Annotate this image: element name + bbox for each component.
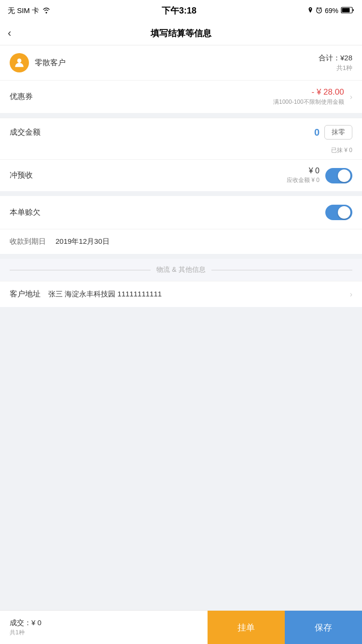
customer-section: 零散客户 合计：¥28 共1种 优惠券 - ¥ 28.00 满1000-100不… <box>0 45 362 113</box>
due-date-row: 收款到期日 2019年12月30日 <box>0 229 362 254</box>
customer-total: 合计：¥28 <box>319 54 352 63</box>
status-bar-left: 无 SIM 卡 <box>8 6 51 15</box>
wifi-icon <box>42 7 51 15</box>
logistics-divider-left <box>10 270 151 270</box>
precollect-receivable: 应收金额 ¥ 0 <box>287 176 320 184</box>
address-label: 客户地址 <box>10 289 41 299</box>
due-date-label: 收款到期日 <box>10 237 46 246</box>
status-bar-right: 69% <box>307 7 354 15</box>
transaction-input-area: 0 抹零 <box>305 125 352 140</box>
network-text: 无 SIM 卡 <box>8 6 39 15</box>
precollect-row: 冲预收 ¥ 0 应收金额 ¥ 0 <box>0 159 362 191</box>
logistics-divider-right <box>211 270 352 270</box>
coupon-discount-amount: - ¥ 28.00 <box>273 87 344 97</box>
precollect-label: 冲预收 <box>10 170 33 181</box>
transaction-label: 成交金额 <box>10 127 41 138</box>
due-date-value[interactable]: 2019年12月30日 <box>56 237 110 246</box>
address-value: 张三 海淀永丰科技园 11111111111 <box>48 290 348 299</box>
svg-point-0 <box>310 8 311 10</box>
coupon-value-block: - ¥ 28.00 满1000-100不限制使用金额 <box>273 87 344 106</box>
nav-bar: ‹ 填写结算等信息 <box>0 21 362 45</box>
bottom-deal-label: 成交： <box>10 618 31 627</box>
logistics-title: 物流 & 其他信息 <box>156 266 205 274</box>
transaction-amount-value[interactable]: 0 <box>305 127 320 138</box>
save-button[interactable]: 保存 <box>285 611 362 644</box>
logistics-header: 物流 & 其他信息 <box>0 259 362 281</box>
customer-left: 零散客户 <box>10 53 66 72</box>
debit-toggle[interactable] <box>325 205 352 220</box>
bottom-count: 共1种 <box>10 629 198 637</box>
coupon-label: 优惠券 <box>10 92 33 102</box>
svg-point-4 <box>17 58 22 63</box>
bottom-deal: 成交：¥ 0 <box>10 618 198 628</box>
transaction-section: 成交金额 0 抹零 已抹 ¥ 0 冲预收 ¥ 0 应收金额 ¥ 0 <box>0 118 362 191</box>
debit-row: 本单赊欠 <box>0 196 362 229</box>
nav-title: 填写结算等信息 <box>151 28 211 39</box>
bottom-bar: 成交：¥ 0 共1种 挂单 保存 <box>0 610 362 644</box>
address-chevron-icon: › <box>350 290 352 299</box>
coupon-discount-desc: 满1000-100不限制使用金额 <box>273 98 344 106</box>
coupon-right: - ¥ 28.00 满1000-100不限制使用金额 › <box>273 87 352 106</box>
precollect-toggle-knob <box>338 169 350 182</box>
battery-percent: 69% <box>325 7 338 14</box>
customer-right: 合计：¥28 共1种 <box>319 54 352 72</box>
precollect-values: ¥ 0 应收金额 ¥ 0 <box>287 167 320 184</box>
status-bar-time: 下午3:18 <box>162 5 196 16</box>
bottom-info: 成交：¥ 0 共1种 <box>0 618 208 637</box>
customer-row: 零散客户 合计：¥28 共1种 <box>0 45 362 80</box>
location-icon <box>307 7 313 15</box>
precollect-amount: ¥ 0 <box>287 167 320 175</box>
battery-icon <box>341 7 354 15</box>
alarm-icon <box>316 7 322 15</box>
precollect-toggle[interactable] <box>325 168 352 183</box>
debit-section: 本单赊欠 收款到期日 2019年12月30日 <box>0 196 362 254</box>
content: 零散客户 合计：¥28 共1种 优惠券 - ¥ 28.00 满1000-100不… <box>0 45 362 350</box>
address-row[interactable]: 客户地址 张三 海淀永丰科技园 11111111111 › <box>0 281 362 307</box>
coupon-chevron-icon: › <box>350 93 352 101</box>
hold-order-button[interactable]: 挂单 <box>208 611 285 644</box>
already-rounded: 已抹 ¥ 0 <box>0 146 362 159</box>
debit-toggle-knob <box>338 206 350 219</box>
status-bar: 无 SIM 卡 下午3:18 69% <box>0 0 362 21</box>
address-section: 客户地址 张三 海淀永丰科技园 11111111111 › <box>0 281 362 307</box>
customer-name: 零散客户 <box>35 58 66 68</box>
transaction-amount-row: 成交金额 0 抹零 <box>0 118 362 146</box>
round-zero-button[interactable]: 抹零 <box>324 125 352 140</box>
debit-label: 本单赊欠 <box>10 208 41 218</box>
customer-avatar <box>10 53 29 72</box>
customer-count: 共1种 <box>319 64 352 72</box>
precollect-right: ¥ 0 应收金额 ¥ 0 <box>287 167 352 184</box>
back-button[interactable]: ‹ <box>8 27 11 40</box>
bottom-deal-value: ¥ 0 <box>31 618 42 627</box>
coupon-row[interactable]: 优惠券 - ¥ 28.00 满1000-100不限制使用金额 › <box>0 80 362 113</box>
svg-rect-3 <box>342 8 349 12</box>
